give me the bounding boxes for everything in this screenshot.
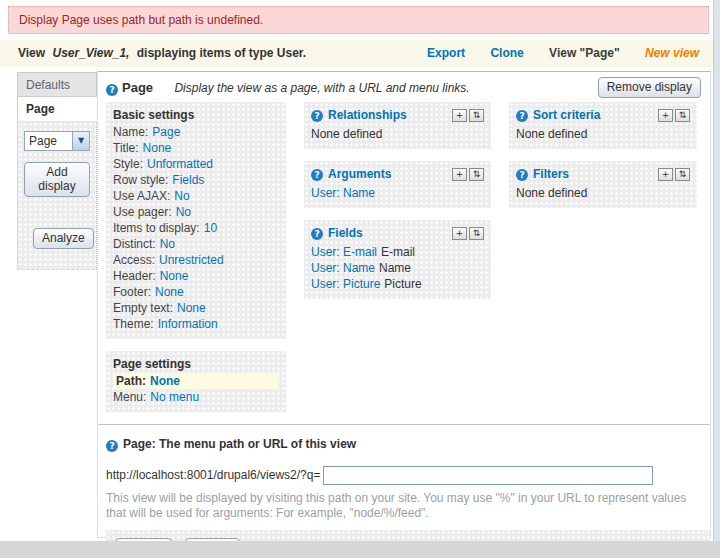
help-icon[interactable]: ? (311, 228, 323, 240)
add-icon[interactable]: + (658, 109, 673, 122)
setting-value-link[interactable]: Information (158, 317, 218, 331)
display-sidebar: Defaults Page Page ▼ Add display Analyze (17, 72, 97, 270)
setting-row-name: Name:Page (113, 124, 279, 140)
help-icon[interactable]: ? (311, 169, 323, 181)
help-icon[interactable]: ? (106, 84, 118, 96)
view-title-bar: Export Clone View "Page" New view View U… (0, 40, 713, 67)
field-item: User: NameName (311, 260, 484, 276)
display-title: Page (122, 80, 153, 95)
relationships-header: ? Relationships + ⇅ (311, 107, 484, 124)
chevron-down-icon: ▼ (72, 132, 89, 150)
setting-value-link[interactable]: Unrestricted (159, 253, 224, 267)
setting-value-link[interactable]: Fields (172, 173, 204, 187)
export-link[interactable]: Export (427, 46, 465, 60)
field-item: User: E-mailE-mail (311, 244, 484, 260)
sort-criteria-title-link[interactable]: Sort criteria (533, 107, 658, 124)
path-form-title: ?Page: The menu path or URL of this view (106, 437, 710, 452)
scrollbar-track[interactable] (713, 0, 720, 541)
setting-value-link[interactable]: None (155, 285, 184, 299)
path-edit-form: ?Page: The menu path or URL of this view… (98, 424, 710, 558)
setting-label: Path: (116, 374, 146, 388)
field-link[interactable]: User: Name (311, 261, 375, 275)
help-icon[interactable]: ? (516, 110, 528, 122)
rearrange-icon[interactable]: ⇅ (675, 109, 690, 122)
setting-row-items: Items to display:10 (113, 220, 279, 236)
add-icon[interactable]: + (658, 168, 673, 181)
help-icon[interactable]: ? (516, 169, 528, 181)
basic-settings-box: Basic settings Name:Page Title:None Styl… (106, 102, 286, 339)
filters-actions: + ⇅ (658, 168, 690, 181)
setting-row-footer: Footer:None (113, 284, 279, 300)
basic-settings-title: Basic settings (113, 107, 279, 124)
column-basic-settings: Basic settings Name:Page Title:None Styl… (106, 102, 286, 424)
argument-item: User: Name (311, 185, 484, 201)
arguments-title-link[interactable]: Arguments (328, 166, 452, 183)
help-icon[interactable]: ? (311, 110, 323, 122)
setting-value-link[interactable]: None (177, 301, 206, 315)
display-header: ?Page Display the view as a page, with a… (98, 72, 710, 102)
setting-value-link[interactable]: No (176, 205, 191, 219)
setting-label: Items to display: (113, 221, 200, 235)
setting-value-link[interactable]: None (160, 269, 189, 283)
setting-row-use-pager: Use pager:No (113, 204, 279, 220)
display-edit-panel: ?Page Display the view as a page, with a… (97, 71, 711, 538)
arguments-box: ? Arguments + ⇅ User: Name (304, 161, 491, 208)
url-prefix: http://localhost:8001/drupal6/views2/?q= (106, 468, 320, 482)
display-type-select-value: Page (25, 134, 72, 148)
setting-label: Header: (113, 269, 156, 283)
settings-columns: Basic settings Name:Page Title:None Styl… (98, 102, 710, 424)
setting-value-link[interactable]: Unformatted (147, 157, 213, 171)
field-link[interactable]: User: E-mail (311, 245, 377, 259)
setting-row-distinct: Distinct:No (113, 236, 279, 252)
filters-box: ? Filters + ⇅ None defined (509, 161, 697, 208)
filters-header: ? Filters + ⇅ (516, 166, 690, 183)
page-settings-box: Page settings Path:None Menu:No menu (106, 351, 286, 412)
arguments-actions: + ⇅ (452, 168, 484, 181)
add-display-button[interactable]: Add display (24, 162, 90, 197)
help-icon[interactable]: ? (106, 440, 118, 452)
rearrange-icon[interactable]: ⇅ (675, 168, 690, 181)
fields-title-link[interactable]: Fields (328, 225, 452, 242)
setting-value-link[interactable]: Page (152, 125, 180, 139)
setting-label: Name: (113, 125, 148, 139)
setting-label: Footer: (113, 285, 151, 299)
sort-criteria-header: ? Sort criteria + ⇅ (516, 107, 690, 124)
setting-row-empty-text: Empty text:None (113, 300, 279, 316)
view-page-link[interactable]: View "Page" (549, 46, 620, 60)
clone-link[interactable]: Clone (490, 46, 523, 60)
filters-title-link[interactable]: Filters (533, 166, 658, 183)
setting-value-link[interactable]: No (160, 237, 175, 251)
path-help-text: This view will be displayed by visiting … (106, 491, 704, 521)
sidebar-tab-defaults[interactable]: Defaults (17, 72, 97, 97)
sidebar-tab-page[interactable]: Page (17, 97, 97, 122)
add-icon[interactable]: + (452, 168, 467, 181)
setting-value-link[interactable]: No (174, 189, 189, 203)
menu-value-link[interactable]: No menu (150, 390, 199, 404)
setting-value-link[interactable]: None (143, 141, 172, 155)
sort-criteria-box: ? Sort criteria + ⇅ None defined (509, 102, 697, 149)
path-value-link[interactable]: None (150, 374, 180, 388)
rearrange-icon[interactable]: ⇅ (469, 168, 484, 181)
setting-value-link[interactable]: 10 (204, 221, 217, 235)
field-link[interactable]: User: Picture (311, 277, 380, 291)
rearrange-icon[interactable]: ⇅ (469, 109, 484, 122)
add-icon[interactable]: + (452, 227, 467, 240)
setting-row-row-style: Row style:Fields (113, 172, 279, 188)
display-type-select[interactable]: Page ▼ (24, 131, 90, 151)
relationships-empty: None defined (311, 126, 484, 142)
filters-empty: None defined (516, 185, 690, 201)
remove-display-button[interactable]: Remove display (598, 77, 701, 98)
view-name: User_View_1, (52, 46, 129, 60)
fields-box: ? Fields + ⇅ User: E-mailE-mail User: Na… (304, 220, 491, 299)
argument-link[interactable]: User: Name (311, 186, 375, 200)
path-input[interactable] (323, 466, 653, 485)
relationships-title-link[interactable]: Relationships (328, 107, 452, 124)
add-icon[interactable]: + (452, 109, 467, 122)
column-middle: ? Relationships + ⇅ None defined ? Argum… (304, 102, 491, 311)
rearrange-icon[interactable]: ⇅ (469, 227, 484, 240)
setting-label: Use pager: (113, 205, 172, 219)
new-view-link[interactable]: New view (645, 46, 699, 60)
analyze-button[interactable]: Analyze (33, 228, 94, 249)
path-url-row: http://localhost:8001/drupal6/views2/?q= (106, 466, 710, 485)
setting-label: Row style: (113, 173, 168, 187)
